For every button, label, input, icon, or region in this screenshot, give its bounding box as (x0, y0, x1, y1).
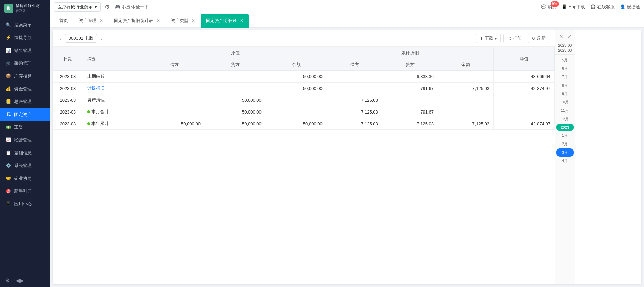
cell-ov-credit-0 (205, 71, 266, 83)
sidebar-item-quick-nav[interactable]: ⚡ 快捷导航 (0, 31, 50, 44)
cell-ad-balance-3 (438, 106, 493, 118)
sidebar-item-inventory[interactable]: 📦 库存核算 (0, 70, 50, 83)
timeline-year-month-1[interactable]: 2月 (555, 140, 575, 148)
support-btn[interactable]: 🎧 在线客服 (590, 4, 615, 10)
logo-icon: 财 (4, 4, 13, 13)
cell-date-1: 2023-03 (53, 83, 83, 94)
cooperation-icon: 🤝 (5, 176, 11, 182)
tab-asset-type[interactable]: 资产类型 ✕ (165, 14, 201, 28)
sidebar-item-label: 采购管理 (14, 60, 32, 66)
print-btn[interactable]: 🖨 打印 (503, 34, 525, 43)
th-original-value: 原值 (144, 47, 327, 59)
sidebar-item-label: 搜索菜单 (14, 22, 32, 28)
prev-asset-btn[interactable]: ‹ (58, 35, 62, 42)
timeline-current-year[interactable]: 2023 (556, 124, 574, 131)
notification-icon: 💬 (541, 4, 546, 9)
sidebar-item-guide[interactable]: 🎯 新手引导 (0, 185, 50, 198)
right-panel: ✕ ⤢ 2023.03 2023.03 5月6月7月8月9月10月11月12月2… (555, 30, 575, 284)
timeline-month-2[interactable]: 7月 (555, 73, 575, 81)
timeline-month-5[interactable]: 10月 (555, 98, 575, 106)
topbar-settings-icon[interactable]: ⚙ (105, 4, 110, 10)
green-dot-icon (87, 110, 90, 113)
print-btn-label: 打印 (513, 35, 522, 41)
sidebar-item-fixed-assets[interactable]: 🏗 固定资产 (0, 108, 50, 121)
sidebar-item-system[interactable]: ⚙️ 系统管理 (0, 159, 50, 172)
sidebar-item-app-center[interactable]: 📱 应用中心 (0, 198, 50, 211)
cell-ad-debit-4: 7,125.03 (327, 118, 382, 130)
tab-asset-detail-close-icon[interactable]: ✕ (240, 19, 243, 23)
th-ad-debit: 借方 (327, 59, 382, 71)
user-avatar-icon: 👤 (620, 4, 625, 9)
cell-ad-credit-3: 791.67 (382, 106, 438, 118)
sales-icon: 📊 (5, 47, 11, 54)
sidebar-logo: 财 畅捷通好业财 普及版 (0, 0, 50, 17)
sidebar-nav: 🔍 搜索菜单 ⚡ 快捷导航 📊 销售管理 🛒 采购管理 📦 库存核算 💰 资金管… (0, 17, 50, 274)
sidebar-item-search[interactable]: 🔍 搜索菜单 (0, 19, 50, 31)
timeline-year-month-0[interactable]: 1月 (555, 131, 575, 140)
cell-summary-0: 上期结转 (83, 71, 144, 83)
main-area: 医疗器械行业演示 ▾ ⚙ 🎮 我要体验一下 💬 消息 99+ 📱 App下载 🎧… (50, 0, 644, 287)
system-icon: ⚙️ (5, 163, 11, 169)
cell-summary-4: 本年累计 (83, 118, 144, 130)
timeline-month-0[interactable]: 5月 (555, 56, 575, 64)
app-center-icon: 📱 (5, 201, 11, 207)
settings-footer-btn[interactable]: ⚙ (5, 277, 10, 284)
download-btn-label: 下载 (485, 35, 493, 41)
cell-ad-credit-0: 6,333.36 (382, 71, 438, 83)
sidebar-item-purchase[interactable]: 🛒 采购管理 (0, 57, 50, 70)
tab-home[interactable]: 首页 (54, 14, 73, 28)
refresh-btn[interactable]: ↻ 刷新 (528, 34, 549, 43)
timeline-month-3[interactable]: 8月 (555, 81, 575, 90)
sidebar-item-base-info[interactable]: 📋 基础信息 (0, 147, 50, 159)
cell-ad-balance-4: 7,125.03 (438, 118, 493, 130)
download-chevron-icon: ▾ (495, 36, 497, 41)
cell-ad-credit-2 (382, 94, 438, 106)
sidebar-item-cooperation[interactable]: 🤝 企业协同 (0, 172, 50, 185)
tab-asset-detail[interactable]: 固定资产明细账 ✕ (201, 14, 249, 28)
collapse-sidebar-btn[interactable]: ◀▶ (16, 277, 24, 284)
cell-ad-debit-1 (327, 83, 382, 94)
notification-btn[interactable]: 💬 消息 99+ (541, 4, 556, 10)
rph-year1[interactable]: 2023.03 (557, 43, 573, 47)
cell-ov-credit-3: 50,000.00 (205, 106, 266, 118)
sidebar-item-finance[interactable]: 💰 资金管理 (0, 83, 50, 95)
tab-asset-mgmt-close-icon[interactable]: ✕ (100, 19, 103, 23)
sidebar-item-label: 销售管理 (14, 47, 32, 54)
th-date: 日期 (53, 47, 83, 71)
tab-asset-mgmt[interactable]: 资产管理 ✕ (73, 14, 109, 28)
timeline-year-month-2[interactable]: 3月 (556, 148, 574, 157)
panel-close-btn[interactable]: ✕ (557, 32, 565, 41)
timeline-month-4[interactable]: 9月 (555, 90, 575, 98)
link-text[interactable]: 计提折旧 (87, 86, 105, 91)
app-selector-label: 医疗器械行业演示 (58, 4, 93, 10)
cell-net-value-0: 43,666.64 (494, 71, 555, 83)
refresh-icon: ↻ (532, 36, 535, 41)
timeline-month-6[interactable]: 11月 (555, 106, 575, 115)
next-asset-btn[interactable]: › (100, 35, 104, 42)
timeline-month-1[interactable]: 6月 (555, 64, 575, 73)
cell-ov-debit-4: 50,000.00 (144, 118, 205, 130)
timeline-year-month-3[interactable]: 4月 (555, 157, 575, 165)
timeline-month-7[interactable]: 12月 (555, 115, 575, 123)
tab-depreciation-table[interactable]: 固定资产折旧统计表 ✕ (109, 14, 165, 28)
app-download-btn[interactable]: 📱 App下载 (562, 4, 585, 10)
th-ad-credit: 贷方 (382, 59, 438, 71)
table-container: 日期 摘要 原值 累计折旧 净值 借方 贷方 余额 借方 贷方 余额 (53, 47, 555, 284)
tab-depreciation-close-icon[interactable]: ✕ (157, 19, 160, 23)
download-btn[interactable]: ⬇ 下载 ▾ (476, 34, 501, 43)
user-btn[interactable]: 👤 畅捷通 (620, 4, 640, 10)
notification-badge: 99+ (551, 1, 559, 7)
download-action-icon: ⬇ (480, 36, 483, 41)
panel-expand-btn[interactable]: ⤢ (565, 32, 574, 41)
right-panel-body: 5月6月7月8月9月10月11月12月20231月2月3月4月 (555, 55, 575, 284)
app-selector[interactable]: 医疗器械行业演示 ▾ (54, 2, 101, 12)
tab-asset-type-close-icon[interactable]: ✕ (192, 19, 195, 23)
experience-btn[interactable]: 🎮 我要体验一下 (115, 4, 149, 10)
sidebar-item-ledger[interactable]: 📒 总账管理 (0, 95, 50, 108)
th-ov-credit: 贷方 (205, 59, 266, 71)
sidebar-item-sales[interactable]: 📊 销售管理 (0, 44, 50, 57)
sidebar-item-payroll[interactable]: 💵 工资 (0, 121, 50, 134)
tabbar: 首页 资产管理 ✕ 固定资产折旧统计表 ✕ 资产类型 ✕ 固定资产明细账 ✕ (50, 14, 644, 28)
rph-year2[interactable]: 2023.03 (557, 48, 573, 52)
sidebar-item-operations[interactable]: 📈 经营管理 (0, 134, 50, 147)
